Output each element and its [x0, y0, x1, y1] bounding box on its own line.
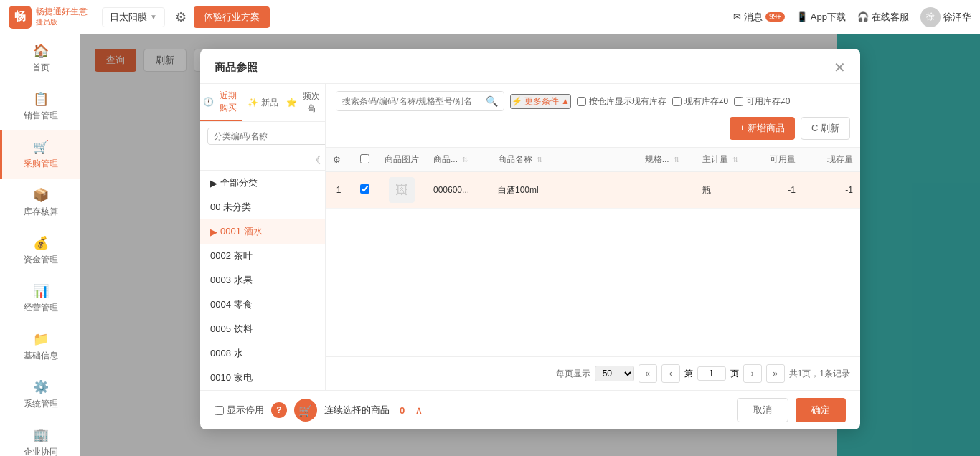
cancel-button[interactable]: 取消 — [737, 398, 788, 422]
modal-header: 商品参照 ✕ — [200, 49, 860, 84]
select-all-checkbox[interactable] — [360, 154, 369, 163]
headset-icon: 🎧 — [857, 11, 869, 22]
customer-service-button[interactable]: 🎧 在线客服 — [857, 11, 909, 24]
sidebar-item-base[interactable]: 📁 基础信息 — [0, 323, 80, 371]
top-navigation: 畅 畅捷通好生意 捷员版 日太阳膜 ▼ ⚙ 体验行业方案 ✉ 消息 99+ 📱 … — [0, 0, 980, 34]
sidebar-item-home[interactable]: 🏠 首页 — [0, 34, 80, 82]
user-avatar-area[interactable]: 徐 徐泽华 — [920, 7, 971, 27]
cat-item-0008[interactable]: 0008 水 — [200, 341, 325, 366]
per-page-select[interactable]: 50 10 20 100 — [595, 366, 634, 381]
table-gear-icon[interactable]: ⚙ — [333, 155, 341, 165]
toolbar-right: + 新增商品 C 刷新 — [730, 117, 850, 140]
sidebar-label-base: 基础信息 — [24, 350, 58, 362]
cat-item-00[interactable]: 00 未分类 — [200, 195, 325, 219]
col-header-stock: 现存量 — [803, 148, 860, 172]
row-name: 白酒100ml — [491, 172, 638, 209]
avatar: 徐 — [920, 7, 941, 27]
row-unit: 瓶 — [695, 172, 745, 209]
sales-icon: 📋 — [33, 91, 49, 107]
cat-item-0010[interactable]: 0010 家电 — [200, 366, 325, 390]
collapse-button[interactable]: 《 — [200, 151, 325, 171]
cat-item-0005[interactable]: 0005 饮料 — [200, 317, 325, 341]
product-search-button[interactable]: 🔍 — [480, 92, 504, 110]
cat-item-0004[interactable]: 0004 零食 — [200, 293, 325, 317]
sidebar-item-purchase[interactable]: 🛒 采购管理 — [0, 130, 80, 179]
page-input[interactable] — [697, 366, 726, 381]
col-header-code[interactable]: 商品... ⇅ — [426, 148, 491, 172]
last-page-button[interactable]: » — [766, 364, 785, 383]
sidebar-label-system: 系统管理 — [24, 398, 58, 410]
product-search-input[interactable] — [336, 92, 480, 110]
show-disabled-checkbox[interactable]: 显示停用 — [215, 404, 264, 417]
recent-icon: 🕐 — [203, 97, 214, 107]
confirm-button[interactable]: 确定 — [796, 398, 846, 422]
stock-nonzero-checkbox[interactable]: 现有库存≠0 — [672, 95, 728, 108]
experience-button[interactable]: 体验行业方案 — [194, 6, 270, 28]
page-label: 第 — [684, 368, 693, 380]
company-name: 日太阳膜 — [110, 11, 147, 24]
row-checkbox[interactable] — [360, 184, 369, 194]
company-selector[interactable]: 日太阳膜 ▼ — [102, 7, 165, 27]
tab-frequent[interactable]: ⭐ 频次高 — [283, 84, 325, 121]
first-page-button[interactable]: « — [639, 364, 657, 383]
sidebar-item-sales[interactable]: 📋 销售管理 — [0, 82, 80, 130]
operation-icon: 📊 — [33, 283, 49, 299]
col-header-name[interactable]: 商品名称 ⇅ — [491, 148, 638, 172]
filter-button[interactable]: ⚡ 更多条件 ▲ — [510, 94, 571, 109]
selected-count: 0 — [400, 405, 405, 416]
cat-item-0002[interactable]: 0002 茶叶 — [200, 244, 325, 268]
table-row[interactable]: 1 🖼 000600... 白酒100ml 瓶 — [326, 172, 860, 209]
sidebar-item-enterprise[interactable]: 🏢 企业协同 — [0, 419, 80, 456]
row-stock: -1 — [803, 172, 860, 209]
cart-icon[interactable]: 🛒 — [294, 399, 317, 422]
row-index: 1 — [326, 172, 352, 209]
message-badge: 99+ — [765, 12, 785, 22]
warehouse-checkbox-input[interactable] — [577, 97, 586, 106]
add-product-button[interactable]: + 新增商品 — [730, 117, 795, 140]
filter-arrow-up-icon: ▲ — [561, 96, 570, 106]
finance-icon: 💰 — [33, 235, 49, 251]
tab-new[interactable]: ✨ 新品 — [242, 84, 283, 121]
product-toolbar: 🔍 ⚡ 更多条件 ▲ 按仓库显示现有库存 — [326, 84, 860, 148]
cat-item-all[interactable]: ▶ 全部分类 — [200, 171, 325, 195]
footer-collapse-icon[interactable]: ∧ — [415, 404, 423, 417]
settings-icon[interactable]: ⚙ — [175, 9, 187, 25]
category-panel: 🕐 近期购买 ✨ 新品 ⭐ 频次高 — [200, 84, 326, 390]
next-page-button[interactable]: › — [743, 364, 762, 383]
messages-button[interactable]: ✉ 消息 99+ — [733, 11, 785, 24]
sort-name-icon: ⇅ — [537, 156, 542, 163]
warehouse-display-checkbox[interactable]: 按仓库显示现有库存 — [577, 95, 666, 108]
col-header-unit[interactable]: 主计量 ⇅ — [695, 148, 745, 172]
category-tabs: 🕐 近期购买 ✨ 新品 ⭐ 频次高 — [200, 84, 325, 122]
sidebar-item-inventory[interactable]: 📦 库存核算 — [0, 179, 80, 227]
page-info: 共1页，1条记录 — [789, 368, 850, 380]
prev-page-button[interactable]: ‹ — [661, 364, 680, 383]
message-icon: ✉ — [733, 11, 741, 22]
help-icon[interactable]: ? — [271, 402, 287, 418]
home-icon: 🏠 — [33, 43, 49, 59]
all-arrow-icon: ▶ — [210, 178, 217, 189]
modal-close-button[interactable]: ✕ — [834, 59, 846, 76]
sidebar-item-system[interactable]: ⚙️ 系统管理 — [0, 371, 80, 419]
avail-nonzero-input[interactable] — [734, 97, 743, 106]
category-search-input[interactable] — [207, 128, 326, 145]
sidebar-label-purchase: 采购管理 — [24, 158, 58, 170]
product-search-box: 🔍 — [336, 91, 504, 111]
refresh-button[interactable]: C 刷新 — [801, 117, 850, 140]
show-disabled-input[interactable] — [215, 406, 224, 415]
category-list: ▶ 全部分类 00 未分类 ▶ 0001 酒水 0002 茶 — [200, 171, 325, 390]
stock-nonzero-input[interactable] — [672, 97, 682, 106]
product-table-wrap: ⚙ 商品图片 商品... ⇅ — [326, 148, 860, 356]
col-header-spec[interactable]: 规格... ⇅ — [638, 148, 695, 172]
sort-code-icon: ⇅ — [462, 156, 468, 163]
cat-item-0001[interactable]: ▶ 0001 酒水 — [200, 219, 325, 244]
chevron-down-icon: ▼ — [150, 13, 157, 21]
product-image: 🖼 — [389, 177, 415, 203]
avail-nonzero-checkbox[interactable]: 可用库存≠0 — [734, 95, 790, 108]
footer-buttons: 取消 确定 — [737, 398, 846, 422]
app-download-button[interactable]: 📱 App下载 — [796, 11, 846, 24]
tab-recent[interactable]: 🕐 近期购买 — [200, 84, 242, 121]
sidebar-item-operation[interactable]: 📊 经营管理 — [0, 275, 80, 323]
sidebar-item-finance[interactable]: 💰 资金管理 — [0, 227, 80, 275]
cat-item-0003[interactable]: 0003 水果 — [200, 268, 325, 293]
